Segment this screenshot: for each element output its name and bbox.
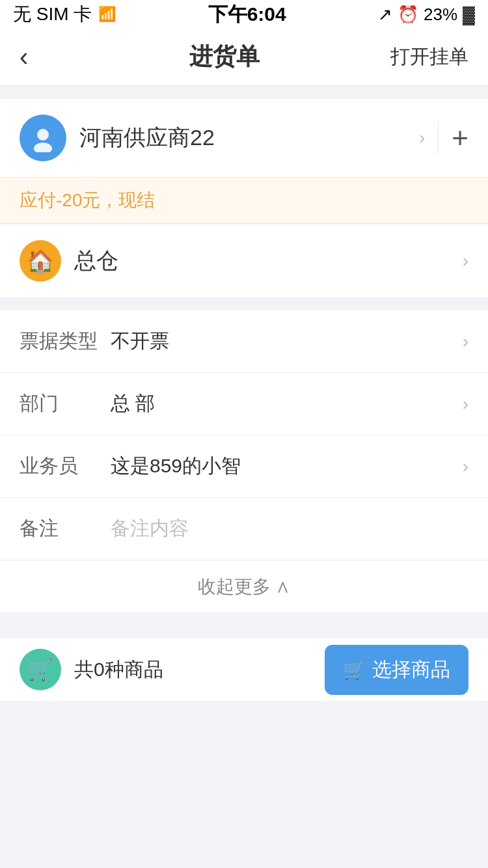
- user-avatar-icon: [29, 124, 57, 152]
- product-section: 🛒 共0种商品 🛒 选择商品: [0, 638, 488, 701]
- status-right: ↗ ⏰ 23% ▓: [378, 5, 475, 25]
- svg-point-0: [37, 129, 49, 141]
- back-button[interactable]: ‹: [20, 42, 59, 72]
- open-pending-button[interactable]: 打开挂单: [390, 44, 468, 70]
- page-title: 进货单: [189, 41, 260, 73]
- supplier-row[interactable]: 河南供应商22 › +: [0, 99, 488, 177]
- divider-middle: [0, 612, 488, 625]
- vertical-divider: [438, 122, 439, 154]
- battery-text: 23%: [424, 5, 457, 25]
- select-product-label: 选择商品: [372, 657, 450, 683]
- nav-bar: ‹ 进货单 打开挂单: [0, 29, 488, 86]
- svg-point-1: [34, 142, 52, 152]
- supplier-name: 河南供应商22: [79, 123, 419, 153]
- supplier-section: 河南供应商22 › + 应付-20元，现结 🏠 总仓 ›: [0, 99, 488, 297]
- supplier-arrow-icon: ›: [419, 128, 425, 148]
- add-button[interactable]: +: [452, 124, 468, 152]
- notice-banner: 应付-20元，现结: [0, 177, 488, 224]
- remark-input[interactable]: 备注内容: [104, 515, 468, 542]
- wifi-icon: 📶: [98, 6, 116, 23]
- carrier-text: 无 SIM 卡: [13, 2, 92, 27]
- back-icon: ‹: [20, 42, 28, 71]
- department-label: 部门: [20, 390, 104, 417]
- collapse-label: 收起更多 ∧: [198, 575, 291, 599]
- product-count-text: 共0种商品: [74, 657, 325, 683]
- salesperson-label: 业务员: [20, 453, 104, 480]
- invoice-type-arrow: ›: [463, 331, 468, 352]
- status-bar: 无 SIM 卡 📶 下午6:04 ↗ ⏰ 23% ▓: [0, 0, 488, 29]
- form-section: 票据类型 不开票 › 部门 总 部 › 业务员 这是859的小智 › 备注 备注…: [0, 310, 488, 612]
- select-product-button[interactable]: 🛒 选择商品: [325, 645, 468, 695]
- product-icon: 🛒: [27, 657, 53, 682]
- remark-label: 备注: [20, 515, 104, 542]
- form-row-invoice-type[interactable]: 票据类型 不开票 ›: [0, 310, 488, 373]
- form-row-salesperson[interactable]: 业务员 这是859的小智 ›: [0, 435, 488, 498]
- salesperson-value: 这是859的小智: [104, 453, 463, 480]
- battery-icon: ▓: [463, 5, 475, 25]
- warehouse-icon: 🏠: [27, 248, 54, 274]
- form-row-remark[interactable]: 备注 备注内容: [0, 498, 488, 560]
- status-left: 无 SIM 卡 📶: [13, 2, 116, 27]
- warehouse-icon-wrap: 🏠: [20, 240, 61, 282]
- department-arrow: ›: [463, 394, 468, 414]
- status-time: 下午6:04: [208, 1, 286, 28]
- divider-top: [0, 86, 488, 99]
- department-value: 总 部: [104, 390, 463, 417]
- warehouse-row[interactable]: 🏠 总仓 ›: [0, 224, 488, 297]
- warehouse-arrow-icon: ›: [463, 251, 468, 271]
- location-icon: ↗: [378, 5, 392, 25]
- collapse-button[interactable]: 收起更多 ∧: [0, 560, 488, 612]
- warehouse-name: 总仓: [74, 246, 463, 276]
- salesperson-arrow: ›: [463, 456, 468, 477]
- product-icon-wrap: 🛒: [20, 649, 61, 690]
- invoice-type-value: 不开票: [104, 328, 463, 355]
- supplier-avatar: [20, 115, 66, 161]
- form-row-department[interactable]: 部门 总 部 ›: [0, 373, 488, 435]
- select-product-icon: 🛒: [343, 659, 366, 681]
- alarm-icon: ⏰: [398, 5, 418, 25]
- invoice-type-label: 票据类型: [20, 328, 104, 355]
